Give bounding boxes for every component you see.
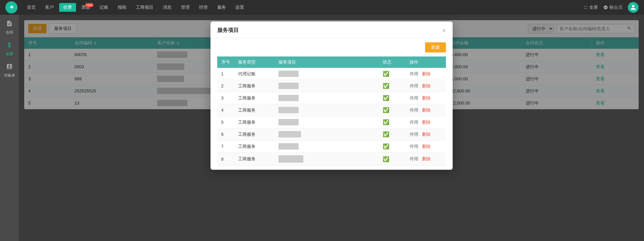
nav-tax[interactable]: 报税 [114, 3, 130, 12]
delete-button[interactable]: 删除 [422, 95, 431, 101]
modal-cell-index: 2 [217, 80, 234, 92]
stop-button[interactable]: 停用 [410, 83, 418, 88]
modal-cell-index: 8 [217, 153, 234, 166]
status-check-icon: ✅ [383, 95, 389, 101]
modal-body: 新建 序号 服务类型 服务项目 状态 操作 [211, 38, 453, 170]
fullscreen-icon [583, 5, 588, 10]
modal-cell-index: 5 [217, 116, 234, 128]
stop-button[interactable]: 停用 [410, 108, 418, 113]
nav-billing[interactable]: 收费 [59, 3, 76, 12]
modal-cell-index: 3 [217, 92, 234, 104]
stop-button[interactable]: 停用 [410, 120, 418, 125]
avatar-icon [630, 4, 636, 10]
modal-overlay: 服务项目 × 新建 序号 服务类型 服务项目 [19, 15, 644, 241]
member-icon [603, 5, 608, 10]
modal-cell-item: ████ [274, 140, 379, 153]
modal-table-row: 1 代理记账 ████1 ✅ 停用 删除 [217, 68, 446, 80]
modal-table-row: 2 工商服务 ████ ✅ 停用 删除 [217, 80, 446, 92]
modal-table-row: 8 工商服务 ████注册 ✅ 停用 删除 [217, 153, 446, 166]
delete-button[interactable]: 删除 [422, 144, 431, 149]
modal-cell-item: ████ [274, 92, 379, 104]
app-logo: ✦ [5, 1, 17, 13]
modal-header: 服务项目 × [211, 22, 453, 38]
modal-col-action: 操作 [406, 56, 446, 68]
fullscreen-label[interactable]: 全屏 [583, 4, 598, 10]
modal-table-row: 3 工商服务 ████ ✅ 停用 删除 [217, 92, 446, 104]
modal-cell-status: ✅ [379, 116, 406, 128]
modal-cell-action: 停用 删除 [406, 104, 446, 116]
delete-button[interactable]: 删除 [422, 71, 431, 76]
modal-cell-status: ✅ [379, 153, 406, 166]
modal-close-button[interactable]: × [442, 28, 446, 34]
modal-table-row: 5 工商服务 ████ ✅ 停用 删除 [217, 116, 446, 128]
delete-button[interactable]: 删除 [422, 83, 431, 88]
user-avatar[interactable] [628, 2, 639, 13]
modal-table-row: 7 工商服务 ████ ✅ 停用 删除 [217, 140, 446, 153]
sidebar-item-billing[interactable]: 收费 [1, 39, 17, 59]
service-items-modal: 服务项目 × 新建 序号 服务类型 服务项目 [211, 22, 453, 170]
delete-button[interactable]: 删除 [422, 120, 431, 125]
modal-cell-type: 工商服务 [234, 80, 274, 92]
status-check-icon: ✅ [383, 83, 389, 89]
modal-cell-status: ✅ [379, 128, 406, 140]
nav-message[interactable]: 消息 [159, 3, 176, 12]
modal-table: 序号 服务类型 服务项目 状态 操作 1 代理记账 ████1 ✅ 停用 [217, 56, 446, 166]
modal-cell-type: 工商服务 [234, 140, 274, 153]
nav-operation[interactable]: 经营 [195, 3, 212, 12]
modal-toolbar: 新建 [217, 42, 446, 52]
stop-button[interactable]: 停用 [410, 71, 418, 76]
modal-col-status: 状态 [379, 56, 406, 68]
reconcile-icon [6, 63, 13, 72]
modal-table-row: 6 工商服务 ██████ ✅ 停用 删除 [217, 128, 446, 140]
modal-cell-type: 工商服务 [234, 128, 274, 140]
nav-home[interactable]: 首页 [23, 3, 40, 12]
nav-business[interactable]: 工商项目 [132, 3, 157, 12]
nav-customer[interactable]: 客户 [41, 3, 58, 12]
nav-bookkeeping[interactable]: 记账 [96, 3, 112, 12]
modal-cell-type: 工商服务 [234, 153, 274, 166]
modal-cell-type: 代理记账 [234, 68, 274, 80]
modal-cell-status: ✅ [379, 104, 406, 116]
modal-cell-status: ✅ [379, 92, 406, 104]
status-check-icon: ✅ [383, 71, 389, 77]
main-layout: 合同 收费 对账单 新增 服务项目 进行中 已完成 [0, 15, 644, 241]
sidebar-item-reconcile[interactable]: 对账单 [1, 61, 17, 81]
delete-button[interactable]: 删除 [422, 108, 431, 113]
delete-button[interactable]: 删除 [422, 156, 431, 161]
sidebar-label-reconcile: 对账单 [4, 73, 15, 78]
modal-table-row: 4 工商服务 ███ ✅ 停用 删除 [217, 104, 446, 116]
modal-cell-item: ██████ [274, 128, 379, 140]
modal-title: 服务项目 [217, 27, 239, 34]
modal-cell-status: ✅ [379, 140, 406, 153]
sidebar-item-contract[interactable]: 合同 [1, 17, 17, 38]
delete-button[interactable]: 删除 [422, 132, 431, 137]
member-label[interactable]: 畅会员 [603, 4, 622, 10]
modal-cell-item: ████ [274, 116, 379, 128]
modal-col-type: 服务类型 [234, 56, 274, 68]
nav-service[interactable]: 服务 [213, 3, 230, 12]
sidebar: 合同 收费 对账单 [0, 15, 19, 241]
modal-cell-index: 4 [217, 104, 234, 116]
billing-icon [6, 42, 13, 50]
stop-button[interactable]: 停用 [410, 144, 418, 149]
modal-cell-action: 停用 删除 [406, 92, 446, 104]
sidebar-label-billing: 收费 [6, 51, 13, 56]
modal-cell-item: ███ [274, 104, 379, 116]
modal-cell-action: 停用 删除 [406, 140, 446, 153]
nav-invoice[interactable]: 票据 new [77, 3, 94, 12]
status-check-icon: ✅ [383, 119, 389, 125]
modal-cell-action: 停用 删除 [406, 116, 446, 128]
modal-cell-item: ████1 [274, 68, 379, 80]
modal-cell-action: 停用 删除 [406, 68, 446, 80]
stop-button[interactable]: 停用 [410, 132, 418, 137]
nav-management[interactable]: 管理 [177, 3, 194, 12]
stop-button[interactable]: 停用 [410, 156, 418, 161]
modal-cell-type: 工商服务 [234, 116, 274, 128]
modal-cell-item: ████注册 [274, 153, 379, 166]
top-nav-right: 全屏 畅会员 [583, 2, 639, 13]
sidebar-label-contract: 合同 [6, 30, 13, 35]
modal-new-button[interactable]: 新建 [425, 42, 446, 52]
stop-button[interactable]: 停用 [410, 95, 418, 101]
status-check-icon: ✅ [383, 144, 389, 149]
nav-settings[interactable]: 设置 [231, 3, 248, 12]
